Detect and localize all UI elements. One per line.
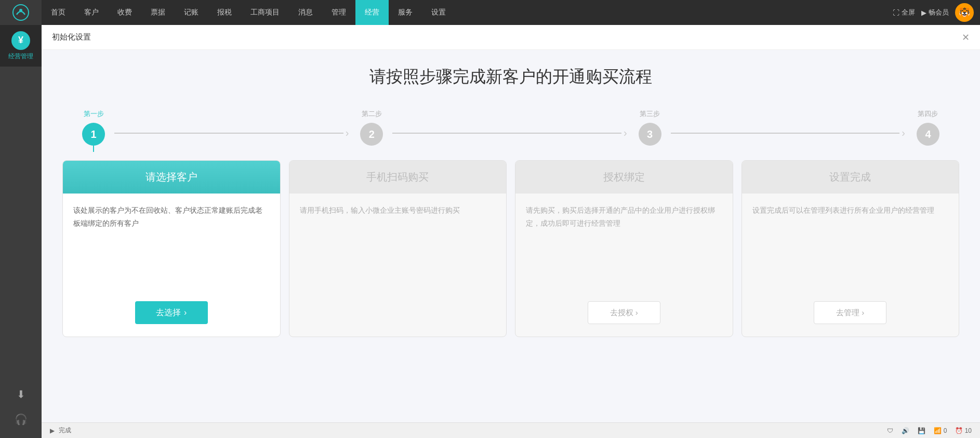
user-avatar[interactable]: 🐯	[955, 3, 974, 22]
step3-card-header: 授权绑定	[515, 161, 733, 194]
go-select-button[interactable]: 去选择 ›	[135, 301, 208, 324]
member-label: 畅会员	[929, 8, 949, 17]
step3-card-title: 授权绑定	[603, 171, 645, 183]
arrow-right-icon: ›	[184, 308, 187, 317]
step1-card-title: 请选择客户	[145, 171, 197, 183]
sidebar: ¥ 经营管理 ⬇ 🎧	[0, 25, 42, 438]
nav-fee[interactable]: 收费	[108, 0, 141, 25]
step2-card: 手机扫码购买 请用手机扫码，输入小微企业主账号密码进行购买	[289, 160, 507, 337]
volume-icon: 🔊	[902, 427, 909, 434]
content-title: 初始化设置	[52, 32, 91, 42]
nav-operation[interactable]: 经营	[355, 0, 389, 25]
nav-bookkeeping[interactable]: 记账	[175, 0, 208, 25]
save-icon: 💾	[918, 427, 925, 434]
step1-card: 请选择客户 该处展示的客户为不在回收站、客户状态正常建账后完成老板端绑定的所有客…	[62, 160, 281, 337]
nav-tax[interactable]: 报税	[208, 0, 241, 25]
play-status-icon: ▶	[50, 427, 55, 434]
step2-card-desc: 请用手机扫码，输入小微企业主账号密码进行购买	[289, 194, 507, 337]
step4-card-header: 设置完成	[742, 161, 959, 194]
nav-management[interactable]: 管理	[322, 0, 355, 25]
fullscreen-icon: ⛶	[893, 9, 899, 17]
sidebar-item-operation[interactable]: ¥ 经营管理	[0, 25, 42, 67]
step3-card-btn-area: 去授权 ›	[515, 301, 733, 337]
sidebar-item-label: 经营管理	[8, 52, 33, 61]
step1-label: 第一步	[84, 109, 104, 119]
download-icon[interactable]: ⬇	[10, 384, 31, 405]
nav-home[interactable]: 首页	[42, 0, 75, 25]
step3-label: 第三步	[640, 109, 660, 119]
step3-card: 授权绑定 请先购买，购买后选择开通的产品中的企业用户进行授权绑定，成功后即可进行…	[515, 160, 733, 337]
nav-items: 首页 客户 收费 票据 记账 报税 工商项目 消息 管理 经营 服务 设置	[42, 0, 893, 25]
nav-customer[interactable]: 客户	[75, 0, 108, 25]
top-navigation: 首页 客户 收费 票据 记账 报税 工商项目 消息 管理 经营 服务 设置 ⛶ …	[0, 0, 980, 25]
step1-circle: 1	[82, 123, 105, 146]
step4-card-title: 设置完成	[829, 171, 871, 183]
time-icon: ⏰ 10	[955, 427, 972, 434]
step3-circle: 3	[639, 123, 661, 146]
svg-point-1	[19, 9, 22, 12]
step2-circle: 2	[360, 123, 383, 146]
page-title: 请按照步骤完成新客户的开通购买流程	[62, 66, 959, 88]
headset-icon[interactable]: 🎧	[10, 409, 31, 430]
close-button[interactable]: ✕	[962, 32, 970, 43]
member-button[interactable]: ▶ 畅会员	[921, 8, 949, 17]
step1-card-desc: 该处展示的客户为不在回收站、客户状态正常建账后完成老板端绑定的所有客户	[63, 194, 280, 301]
content-header: 初始化设置 ✕	[42, 25, 980, 50]
step1-card-header: 请选择客户	[63, 161, 280, 194]
main-content: 请按照步骤完成新客户的开通购买流程 第一步 1 › 第二步 2	[42, 50, 980, 422]
cards-container: 请选择客户 该处展示的客户为不在回收站、客户状态正常建账后完成老板端绑定的所有客…	[62, 160, 959, 337]
step4-card-btn-area: 去管理 ›	[742, 301, 959, 337]
step2-label: 第二步	[362, 109, 382, 119]
go-authorize-button[interactable]: 去授权 ›	[588, 301, 660, 324]
shield-icon: 🛡	[887, 427, 893, 434]
step3-card-desc: 请先购买，购买后选择开通的产品中的企业用户进行授权绑定，成功后即可进行经营管理	[515, 194, 733, 301]
fullscreen-label: 全屏	[902, 8, 915, 17]
nav-industry[interactable]: 工商项目	[241, 0, 289, 25]
nav-right-area: ⛶ 全屏 ▶ 畅会员 🐯	[893, 3, 980, 22]
step2-card-title: 手机扫码购买	[366, 171, 429, 183]
svg-point-0	[13, 5, 29, 20]
status-text: 完成	[59, 426, 71, 435]
step4-circle: 4	[917, 123, 939, 146]
operation-icon: ¥	[11, 31, 30, 50]
step1-card-btn-area: 去选择 ›	[63, 301, 280, 337]
app-logo[interactable]	[0, 0, 42, 25]
fullscreen-button[interactable]: ⛶ 全屏	[893, 8, 915, 17]
step4-label: 第四步	[918, 109, 938, 119]
step2-card-header: 手机扫码购买	[289, 161, 507, 194]
step1-down-line	[93, 146, 94, 152]
status-bar: ▶ 完成 🛡 🔊 💾 📶 0 ⏰ 10	[42, 422, 980, 438]
sidebar-bottom: ⬇ 🎧	[0, 384, 42, 438]
play-icon: ▶	[921, 9, 926, 17]
nav-message[interactable]: 消息	[289, 0, 322, 25]
nav-ticket[interactable]: 票据	[141, 0, 175, 25]
network-status: 📶 0	[934, 427, 947, 434]
nav-settings[interactable]: 设置	[422, 0, 455, 25]
status-bar-right: 🛡 🔊 💾 📶 0 ⏰ 10	[887, 427, 972, 434]
content-area: 初始化设置 ✕ 请按照步骤完成新客户的开通购买流程 第一步 1 ›	[42, 25, 980, 438]
step4-card-desc: 设置完成后可以在管理列表进行所有企业用户的经营管理	[742, 194, 959, 301]
main-layout: ¥ 经营管理 ⬇ 🎧 初始化设置 ✕ 请按照步骤完成新客户的开通购买流程 第一步…	[0, 25, 980, 438]
go-manage-button[interactable]: 去管理 ›	[814, 301, 886, 324]
nav-service[interactable]: 服务	[389, 0, 422, 25]
step4-card: 设置完成 设置完成后可以在管理列表进行所有企业用户的经营管理 去管理 ›	[741, 160, 960, 337]
